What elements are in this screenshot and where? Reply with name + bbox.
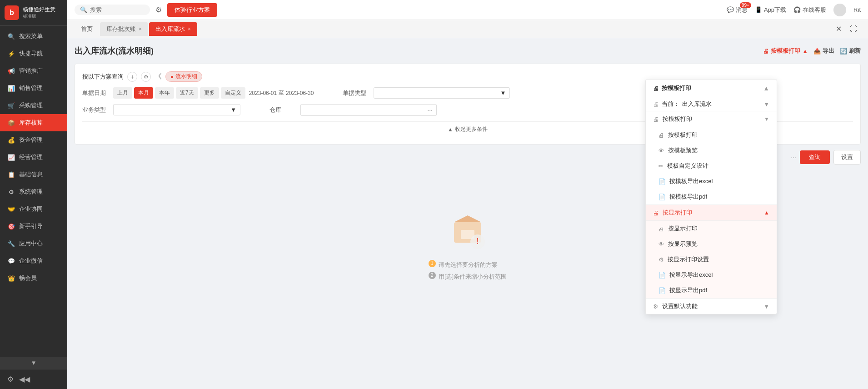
filter-date-more[interactable]: 更多 bbox=[200, 87, 219, 99]
sidebar-collapse-icon[interactable]: ◀◀ bbox=[19, 375, 30, 384]
filter-warehouse-select[interactable]: ··· bbox=[300, 104, 437, 116]
sidebar-item-member[interactable]: 👑 畅会员 bbox=[0, 269, 67, 287]
filter-tag-stream[interactable]: ● 流水明细 bbox=[165, 71, 202, 82]
sidebar-bottom: ⚙ ◀◀ bbox=[0, 369, 67, 389]
filter-warehouse-item: 仓库 ··· bbox=[269, 104, 437, 116]
tab-batch-account-close[interactable]: × bbox=[139, 26, 142, 32]
item-template-design-icon: ✏ bbox=[658, 163, 663, 170]
dropdown-current-info: 🖨 当前： 出入库流水 bbox=[653, 100, 712, 108]
tab-batch-account[interactable]: 库存批次账 × bbox=[100, 22, 148, 36]
item-template-pdf-icon: 📄 bbox=[658, 194, 666, 200]
dropdown-footer[interactable]: ⚙ 设置默认功能 ▼ bbox=[646, 299, 777, 314]
sidebar-item-quick-nav[interactable]: ⚡ 快捷导航 bbox=[0, 45, 67, 62]
sidebar-icon-member: 👑 bbox=[7, 274, 15, 282]
user-avatar[interactable] bbox=[833, 4, 846, 16]
filter-add-btn[interactable]: + bbox=[127, 72, 137, 82]
sidebar-item-sales[interactable]: 📊 销售管理 bbox=[0, 80, 67, 97]
username-label[interactable]: Rit bbox=[853, 6, 861, 13]
sidebar-item-marketing[interactable]: 📢 营销推广 bbox=[0, 62, 67, 80]
sidebar-settings-icon[interactable]: ⚙ bbox=[7, 375, 14, 384]
dropdown-template-header[interactable]: 🖨 按模板打印 ▼ bbox=[646, 111, 777, 127]
sidebar-item-wechat[interactable]: 💬 企业微信 bbox=[0, 252, 67, 269]
dropdown-item-template-pdf[interactable]: 📄 按模板导出pdf bbox=[646, 189, 777, 204]
sidebar-item-search[interactable]: 🔍 搜索菜单 bbox=[0, 28, 67, 45]
dropdown-item-display-print[interactable]: 🖨 按显示打印 bbox=[646, 221, 777, 236]
header-search-box[interactable]: 🔍 bbox=[75, 5, 150, 15]
filter-date-7days[interactable]: 近7天 bbox=[176, 87, 198, 99]
dropdown-item-template-excel[interactable]: 📄 按模板导出excel bbox=[646, 174, 777, 189]
filter-biz-select[interactable]: ▼ bbox=[113, 104, 240, 115]
sidebar-item-guide[interactable]: 🎯 新手引导 bbox=[0, 218, 67, 235]
export-btn[interactable]: 📤 导出 bbox=[813, 47, 834, 55]
tabs-bar: 首页 库存批次账 × 出入库流水 × ✕ ⛶ bbox=[67, 20, 868, 38]
search-input[interactable] bbox=[90, 6, 145, 13]
filter-date-custom[interactable]: 自定义 bbox=[221, 87, 245, 99]
dropdown-current-section[interactable]: 🖨 当前： 出入库流水 ▼ bbox=[646, 97, 777, 111]
app-download-btn[interactable]: 📱 App下载 bbox=[755, 6, 786, 14]
tab-inventory-flow[interactable]: 出入库流水 × bbox=[149, 22, 197, 36]
dropdown-display-title: 🖨 按显示打印 bbox=[653, 209, 692, 217]
filter-biz-item: 业务类型 ▼ bbox=[82, 104, 240, 115]
filter-tag-icon: ● bbox=[170, 74, 174, 80]
refresh-icon: 🔄 bbox=[840, 48, 847, 55]
dropdown-title-text: 按模板打印 bbox=[662, 84, 691, 92]
empty-state-icon: ! bbox=[445, 206, 490, 252]
online-service-label: 在线客服 bbox=[803, 6, 826, 14]
dropdown-panel-title: 🖨 按模板打印 bbox=[653, 84, 691, 92]
sidebar-item-operation[interactable]: 📈 经营管理 bbox=[0, 149, 67, 166]
tab-close-all-icon[interactable]: ✕ bbox=[832, 25, 845, 33]
sidebar-label-system: 系统管理 bbox=[19, 188, 43, 196]
sidebar-label-quick-nav: 快捷导航 bbox=[19, 50, 43, 58]
sidebar-item-purchase[interactable]: 🛒 采购管理 bbox=[0, 97, 67, 114]
sidebar-label-inventory: 库存核算 bbox=[19, 119, 43, 127]
query-btn[interactable]: 查询 bbox=[800, 150, 830, 164]
dropdown-panel-collapse-icon[interactable]: ▲ bbox=[763, 85, 769, 92]
svg-marker-1 bbox=[454, 215, 481, 222]
filter-header-label: 按以下方案查询 bbox=[82, 73, 124, 81]
sidebar-scroll-down[interactable]: ▼ bbox=[0, 357, 67, 369]
header-gear-icon[interactable]: ⚙ bbox=[155, 5, 162, 14]
filter-date-this-year[interactable]: 本年 bbox=[155, 87, 174, 99]
item-display-pdf-label: 按显示导出pdf bbox=[669, 286, 707, 294]
filter-type-select[interactable]: ▼ bbox=[374, 87, 510, 99]
tab-home[interactable]: 首页 bbox=[75, 22, 99, 36]
tab-expand-icon[interactable]: ⛶ bbox=[846, 25, 861, 33]
dropdown-item-template-design[interactable]: ✏ 模板自定义设计 bbox=[646, 158, 777, 174]
online-service-btn[interactable]: 🎧 在线客服 bbox=[793, 6, 826, 14]
sidebar-item-basic[interactable]: 📋 基础信息 bbox=[0, 166, 67, 183]
tab-inventory-flow-close[interactable]: × bbox=[188, 26, 191, 32]
sidebar-label-operation: 经营管理 bbox=[19, 153, 43, 161]
filter-tag-label: 流水明细 bbox=[175, 73, 197, 80]
settings-btn[interactable]: 设置 bbox=[833, 150, 861, 165]
item-display-print-icon: 🖨 bbox=[658, 225, 664, 232]
sidebar-item-finance[interactable]: 💰 资金管理 bbox=[0, 131, 67, 149]
item-display-excel-label: 按显示导出excel bbox=[669, 271, 713, 279]
dropdown-display-header[interactable]: 🖨 按显示打印 ▲ bbox=[646, 205, 777, 220]
filter-date-this-month[interactable]: 本月 bbox=[134, 87, 153, 99]
sidebar-item-app-center[interactable]: 🔧 应用中心 bbox=[0, 235, 67, 252]
print-btn[interactable]: 🖨 按模板打印 ▲ bbox=[763, 47, 808, 55]
sidebar-item-system[interactable]: ⚙ 系统管理 bbox=[0, 183, 67, 200]
dropdown-item-template-print[interactable]: 🖨 按模板打印 bbox=[646, 127, 777, 143]
trial-btn[interactable]: 体验行业方案 bbox=[167, 3, 217, 17]
refresh-btn[interactable]: 🔄 刷新 bbox=[840, 47, 861, 55]
dropdown-item-display-preview[interactable]: 👁 按显示预览 bbox=[646, 236, 777, 252]
sidebar-item-collab[interactable]: 🤝 企业协同 bbox=[0, 200, 67, 218]
collapse-arrow-icon: ▲ bbox=[448, 126, 453, 133]
dropdown-template-title: 🖨 按模板打印 bbox=[653, 115, 692, 123]
dropdown-current-arrow: ▼ bbox=[763, 101, 769, 108]
action-more-icon[interactable]: ··· bbox=[791, 154, 796, 161]
dropdown-item-display-pdf[interactable]: 📄 按显示导出pdf bbox=[646, 283, 777, 298]
dropdown-item-display-excel[interactable]: 📄 按显示导出excel bbox=[646, 267, 777, 283]
dropdown-panel-header: 🖨 按模板打印 ▲ bbox=[646, 80, 777, 97]
dropdown-item-display-settings[interactable]: ⚙ 按显示打印设置 bbox=[646, 252, 777, 267]
sidebar-icon-quick-nav: ⚡ bbox=[7, 50, 15, 58]
sidebar-icon-sales: 📊 bbox=[7, 84, 15, 92]
dropdown-item-template-preview[interactable]: 👁 按模板预览 bbox=[646, 143, 777, 158]
filter-date-last-month[interactable]: 上月 bbox=[113, 87, 132, 99]
filter-collapse-icon[interactable]: 《 bbox=[155, 72, 162, 81]
sidebar-item-inventory[interactable]: 📦 库存核算 bbox=[0, 114, 67, 131]
filter-settings-btn[interactable]: ⚙ bbox=[141, 72, 151, 82]
print-arrow-icon: ▲ bbox=[802, 48, 808, 55]
message-btn[interactable]: 💬 消息 99+ bbox=[727, 6, 748, 14]
